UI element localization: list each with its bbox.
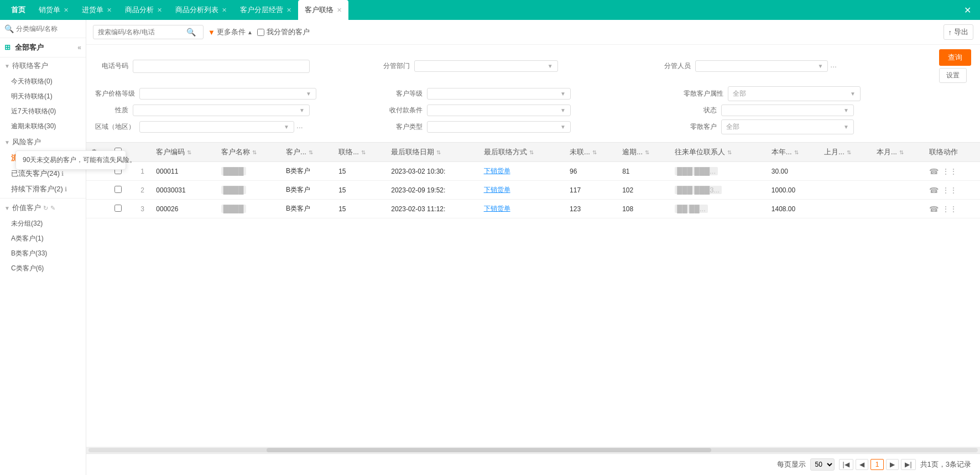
settings-button[interactable]: 设置	[939, 68, 967, 83]
status-select[interactable]: ▼	[721, 105, 854, 116]
page-nav: |◀ ◀ 1 ▶ ▶|	[839, 459, 916, 470]
per-page-select[interactable]: 50	[810, 458, 835, 471]
uncontacted-sort-icon: ⇅	[592, 149, 597, 155]
person-select[interactable]: ▼	[695, 60, 828, 72]
query-button[interactable]: 查询	[939, 49, 971, 66]
th-overdue[interactable]: 逾期... ⇅	[618, 143, 670, 162]
row3-last-date: 2023-02-03 11:12:	[387, 200, 479, 218]
th-last-contact-way[interactable]: 最后联络方式 ⇅	[479, 143, 565, 162]
retail-attr-select[interactable]: 全部 ▼	[728, 86, 861, 101]
sidebar-item-overdue[interactable]: 逾期未联络(30)	[0, 119, 86, 134]
nav-sales-close[interactable]: ✕	[64, 7, 69, 14]
nav-analysis-list[interactable]: 商品分析列表 ✕	[169, 0, 233, 20]
nature-select[interactable]: ▼	[133, 105, 310, 116]
sidebar-item-class-b[interactable]: B类客户(33)	[0, 246, 86, 261]
region-more-icon[interactable]: ···	[296, 123, 303, 132]
th-last-contact-date[interactable]: 最后联络日期 ⇅	[387, 143, 479, 162]
nav-analysis[interactable]: 商品分析 ✕	[118, 0, 169, 20]
th-contact[interactable]: 联络... ⇅	[334, 143, 387, 162]
th-code[interactable]: 客户编码 ⇅	[152, 143, 216, 162]
sidebar-all-customers[interactable]: ⊞ 全部客户 «	[0, 38, 86, 58]
th-unit-contact[interactable]: 往来单位联系人 ⇅	[670, 143, 767, 162]
row3-check[interactable]	[114, 205, 122, 212]
my-customers-filter[interactable]: 我分管的客户	[257, 27, 310, 37]
price-tier-select[interactable]: ▼	[139, 88, 316, 100]
row3-contact-icon[interactable]: ☎	[929, 205, 939, 213]
region-select[interactable]: ▼	[139, 121, 294, 133]
field-retail: 零散客户 全部 ▼	[684, 119, 971, 134]
row2-contact-icon[interactable]: ☎	[929, 186, 939, 195]
nature-arrow-icon: ▼	[299, 107, 305, 113]
sidebar-item-ungrouped[interactable]: 未分组(32)	[0, 216, 86, 231]
search-icon[interactable]: 🔍	[186, 28, 196, 36]
sidebar-group-risk[interactable]: ▼ 风险客户	[0, 134, 86, 150]
sidebar-group-value[interactable]: ▼ 价值客户 ↻ ✎	[0, 200, 86, 216]
row3-more-icon[interactable]: ⋮⋮	[942, 205, 957, 213]
row3-last-way[interactable]: 下销货单	[479, 200, 565, 218]
row1-more-icon[interactable]: ⋮⋮	[942, 167, 957, 176]
row3-checkbox[interactable]	[110, 200, 134, 218]
field-status: 状态 ▼	[684, 105, 971, 116]
nav-purchase-close[interactable]: ✕	[107, 7, 112, 14]
next-page-btn[interactable]: ▶	[886, 459, 899, 470]
sidebar-item-class-c[interactable]: C类客户(6)	[0, 261, 86, 276]
row2-checkbox[interactable]	[110, 181, 134, 200]
row2-last-way[interactable]: 下销货单	[479, 181, 565, 200]
dept-select[interactable]: ▼	[414, 60, 558, 72]
prev-page-btn[interactable]: ◀	[856, 459, 868, 470]
window-close-button[interactable]: ✕	[960, 5, 976, 15]
scrollbar-thumb[interactable]	[267, 448, 711, 452]
nav-sales[interactable]: 销货单 ✕	[32, 0, 75, 20]
table-footer: 每页显示 50 |◀ ◀ 1 ▶ ▶| 共1页，3条记录	[86, 453, 980, 475]
row2-check[interactable]	[114, 186, 122, 193]
th-this-year[interactable]: 本年... ⇅	[767, 143, 820, 162]
sidebar-item-today[interactable]: 今天待联络(0)	[0, 74, 86, 89]
phone-input[interactable]	[133, 60, 310, 73]
row1-last-way[interactable]: 下销货单	[479, 162, 565, 181]
row1-overdue: 81	[618, 162, 670, 181]
person-more-icon[interactable]: ···	[830, 62, 837, 71]
value-edit-icon[interactable]: ✎	[50, 205, 55, 212]
sidebar-item-7days[interactable]: 近7天待联络(0)	[0, 104, 86, 119]
nav-purchase[interactable]: 进货单 ✕	[75, 0, 118, 20]
risk-arrow-icon: ▼	[4, 139, 10, 145]
nav-customer-tier-close[interactable]: ✕	[286, 7, 291, 14]
price-tier-arrow-icon: ▼	[306, 91, 311, 97]
cust-type-select[interactable]: ▼	[427, 121, 571, 133]
th-uncontacted[interactable]: 未联... ⇅	[565, 143, 618, 162]
export-button[interactable]: ↑ 导出	[943, 24, 974, 40]
nav-analysis-close[interactable]: ✕	[157, 7, 162, 14]
sidebar-search-box[interactable]: 🔍	[0, 20, 86, 38]
th-last-month[interactable]: 上月... ⇅	[820, 143, 872, 162]
sidebar-search-input[interactable]	[16, 25, 81, 33]
sidebar-item-tomorrow[interactable]: 明天待联络(1)	[0, 89, 86, 104]
search-input[interactable]	[98, 28, 186, 36]
sidebar-item-downtrend[interactable]: 持续下滑客户(2) ℹ	[0, 181, 86, 197]
row2-more-icon[interactable]: ⋮⋮	[942, 186, 957, 195]
row3-actions: ☎ ⋮⋮	[925, 200, 980, 218]
search-box[interactable]: 🔍	[93, 25, 204, 39]
row1-contact-icon[interactable]: ☎	[929, 167, 939, 176]
cust-tier-select[interactable]: ▼	[427, 88, 571, 100]
first-page-btn[interactable]: |◀	[839, 459, 853, 470]
my-customers-checkbox[interactable]	[257, 29, 264, 36]
nav-customer-contact-close[interactable]: ✕	[337, 7, 342, 14]
th-name[interactable]: 客户名称 ⇅	[217, 143, 282, 162]
retail-select[interactable]: 全部 ▼	[721, 119, 854, 134]
sidebar-group-pending[interactable]: ▼ 待联络客户	[0, 58, 86, 74]
more-conditions-btn[interactable]: ▼ 更多条件 ▲	[208, 27, 253, 37]
nav-home[interactable]: 首页	[4, 0, 32, 20]
nav-analysis-list-close[interactable]: ✕	[222, 7, 227, 14]
row1-this-month	[872, 162, 925, 181]
payment-select[interactable]: ▼	[427, 105, 571, 116]
nav-customer-contact[interactable]: 客户联络 ✕	[298, 0, 348, 20]
sidebar-collapse-btn[interactable]: «	[77, 44, 81, 51]
sidebar-item-class-a[interactable]: A类客户(1)	[0, 231, 86, 246]
nav-customer-tier[interactable]: 客户分层经营 ✕	[233, 0, 298, 20]
status-label: 状态	[684, 106, 717, 115]
th-this-month[interactable]: 本月... ⇅	[872, 143, 925, 162]
th-cust-type[interactable]: 客户... ⇅	[282, 143, 334, 162]
value-refresh-icon[interactable]: ↻	[43, 205, 48, 212]
horizontal-scrollbar[interactable]	[86, 447, 980, 453]
last-page-btn[interactable]: ▶|	[901, 459, 915, 470]
